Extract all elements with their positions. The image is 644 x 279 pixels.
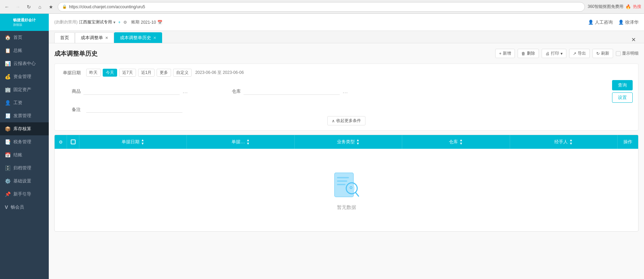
display-toggle-label: 显示明细	[622, 51, 639, 56]
date-btn-1month[interactable]: 近1月	[138, 69, 155, 77]
th-warehouse-label: 仓库	[449, 139, 458, 145]
sidebar-item-funds[interactable]: 💰 资金管理	[0, 70, 49, 83]
browser-tools: 360智能抠图免费用 🔥 热搜	[588, 4, 641, 10]
collapse-btn[interactable]: ∧ 收起更多条件	[327, 116, 365, 125]
table-header: ⚙ 单据日期 ▲▼ 单据… ▲▼ 业务类型 ▲▼	[55, 135, 638, 149]
sidebar-label-ledger: 总账	[13, 47, 22, 54]
date-btn-today[interactable]: 今天	[103, 69, 117, 77]
sidebar-item-salary[interactable]: 👤 工资	[0, 96, 49, 109]
sidebar-item-settings[interactable]: ⚙️ 基础设置	[0, 175, 49, 188]
query-btn[interactable]: 查询	[612, 80, 633, 90]
filter-settings-label: 设置	[618, 94, 627, 101]
home-button[interactable]: ⌂	[36, 3, 44, 11]
salary-icon: 👤	[5, 100, 11, 105]
export-btn[interactable]: ↗ 导出	[569, 49, 590, 58]
forward-button[interactable]: →	[14, 3, 22, 11]
tab-cost-adjust[interactable]: 成本调整单 ✕	[75, 32, 114, 43]
browser-chrome: ← → ↻ ⌂ ★ 🔒 https://cloud.chanjet.com/ac…	[0, 0, 644, 14]
date-btn-more[interactable]: 更多	[157, 69, 171, 77]
settings-small-icon[interactable]: ⚙	[123, 20, 127, 25]
support-label: 人工咨询	[595, 19, 613, 25]
address-bar[interactable]: 🔒 https://cloud.chanjet.com/accounting/u…	[58, 2, 585, 12]
sidebar-label-settings: 基础设置	[13, 178, 31, 184]
sidebar-item-assets[interactable]: 🏢 固定资产	[0, 83, 49, 96]
user-btn[interactable]: 👤 徐泽华	[618, 19, 639, 25]
th-date[interactable]: 单据日期 ▲▼	[79, 135, 187, 149]
display-toggle-checkbox[interactable]	[616, 51, 621, 56]
warehouse-ellipsis[interactable]: …	[342, 88, 349, 94]
tab-cost-adjust-history[interactable]: 成本调整单历史 ✕	[114, 32, 162, 43]
select-all-checkbox[interactable]	[71, 140, 76, 144]
fire-icon: 🔥	[625, 4, 631, 9]
header-right: 👤 人工咨询 👤 徐泽华	[588, 19, 639, 25]
page-header: 成本调整单历史 + 新增 🗑 删除 🖨 打印 ▾	[54, 49, 639, 58]
user-avatar-icon: 👤	[618, 20, 624, 25]
collapse-up-icon: ∧	[332, 119, 335, 123]
user-name: 徐泽华	[625, 19, 639, 25]
sidebar-item-archive[interactable]: 🗄️ 归档管理	[0, 161, 49, 175]
sidebar-item-closing[interactable]: 📅 结账	[0, 148, 49, 161]
page-area: 成本调整单历史 + 新增 🗑 删除 🖨 打印 ▾	[49, 43, 644, 279]
svg-rect-3	[337, 184, 346, 185]
export-icon: ↗	[573, 51, 576, 56]
collapse-label: 收起更多条件	[336, 118, 361, 124]
header-period: 账期 2021-10 📅	[131, 19, 162, 25]
new-btn[interactable]: + 新增	[495, 49, 515, 58]
date-filter-label: 单据日期	[60, 70, 81, 76]
goods-ellipsis[interactable]: …	[182, 88, 189, 94]
main-content: (勿删勿禁用) 江西服宝测试专用 ▾ + ⚙ 账期 2021-10 📅 👤 人工…	[49, 14, 644, 279]
sidebar-label-inventory: 库存核算	[13, 126, 31, 132]
goods-input[interactable]	[83, 88, 180, 95]
delete-btn[interactable]: 🗑 删除	[518, 49, 539, 58]
tab-cost-adjust-close[interactable]: ✕	[105, 36, 108, 40]
export-btn-label: 导出	[578, 51, 586, 56]
print-btn[interactable]: 🖨 打印 ▾	[542, 49, 566, 58]
refresh-button[interactable]: ↻	[25, 3, 33, 11]
tab-cost-adjust-history-close[interactable]: ✕	[153, 36, 156, 40]
th-number-sort: ▲▼	[246, 138, 250, 145]
tab-home[interactable]: 首页	[54, 32, 75, 43]
print-dropdown-icon: ▾	[561, 51, 563, 56]
sidebar-label-member: 畅会员	[11, 204, 24, 210]
th-biztype[interactable]: 业务类型 ▲▼	[295, 135, 402, 149]
date-btn-7days[interactable]: 近7天	[119, 69, 136, 77]
sidebar-item-guide[interactable]: 📌 新手引导	[0, 188, 49, 201]
sidebar-item-tax[interactable]: 📑 税务管理	[0, 135, 49, 148]
sidebar-item-home[interactable]: 🏠 首页	[0, 31, 49, 44]
sidebar-item-invoice[interactable]: 🧾 发票管理	[0, 109, 49, 122]
sidebar-label-archive: 归档管理	[13, 165, 31, 171]
table-select-all[interactable]	[67, 135, 79, 149]
print-btn-label: 打印	[551, 51, 559, 56]
bookmark-button[interactable]: ★	[47, 3, 55, 11]
sidebar-item-inventory[interactable]: 📦 库存核算	[0, 122, 49, 135]
remark-input[interactable]	[86, 106, 182, 113]
th-number[interactable]: 单据… ▲▼	[187, 135, 294, 149]
th-warehouse-sort: ▲▼	[459, 138, 463, 145]
empty-text: 暂无数据	[337, 204, 356, 211]
date-btn-custom[interactable]: 自定义	[173, 69, 192, 77]
sidebar-item-ledger[interactable]: 📋 总账	[0, 44, 49, 57]
dropdown-icon[interactable]: ▾	[113, 20, 115, 25]
app-logo: 畅捷通好会计 旗舰版	[0, 14, 49, 31]
support-btn[interactable]: 👤 人工咨询	[588, 19, 613, 25]
refresh-page-btn[interactable]: ↻ 刷新	[592, 49, 613, 58]
sidebar-item-reports[interactable]: 📊 云报表中心	[0, 57, 49, 70]
date-btn-yesterday[interactable]: 昨天	[86, 69, 101, 77]
warehouse-input[interactable]	[244, 88, 340, 95]
back-button[interactable]: ←	[3, 3, 11, 11]
th-handler[interactable]: 经手人 ▲▼	[510, 135, 618, 149]
delete-btn-label: 删除	[527, 51, 535, 56]
add-company-btn[interactable]: +	[118, 20, 121, 25]
sidebar-item-member[interactable]: V 畅会员	[0, 201, 49, 214]
calendar-icon[interactable]: 📅	[157, 20, 162, 25]
tab-bar: 首页 成本调整单 ✕ 成本调整单历史 ✕ ✕	[49, 31, 644, 43]
funds-icon: 💰	[5, 74, 11, 79]
closing-icon: 📅	[5, 152, 11, 158]
filter-settings-btn[interactable]: 设置	[612, 92, 633, 103]
search-label: 360智能抠图免费用	[588, 4, 623, 10]
support-icon: 👤	[588, 20, 594, 25]
table-settings-btn[interactable]: ⚙	[55, 135, 67, 149]
th-warehouse[interactable]: 仓库 ▲▼	[402, 135, 510, 149]
close-all-tabs-btn[interactable]: ✕	[629, 36, 639, 43]
page-title: 成本调整单历史	[54, 49, 98, 58]
